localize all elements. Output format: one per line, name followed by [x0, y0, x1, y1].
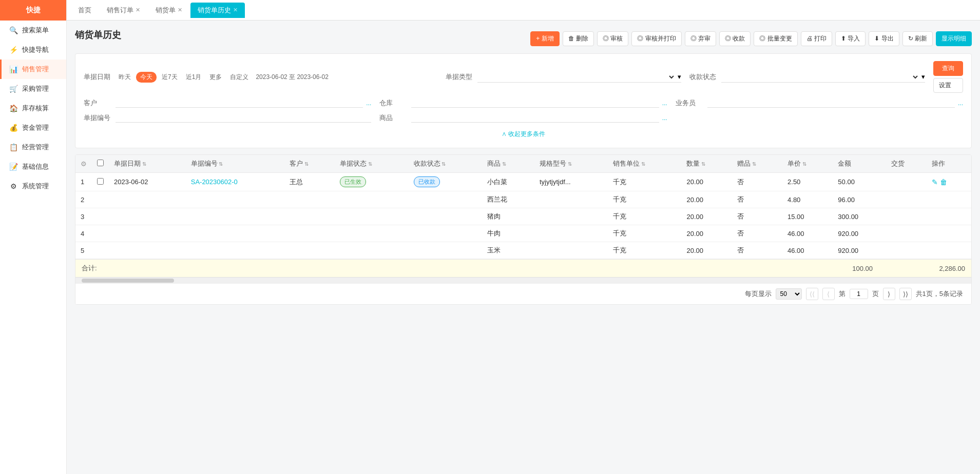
delete-button[interactable]: 🗑 删除	[563, 31, 594, 46]
warehouse-input[interactable]	[411, 98, 659, 108]
col-doc-status[interactable]: 单据状态	[335, 155, 408, 173]
gift-cell: 否	[732, 208, 782, 225]
select-all-checkbox[interactable]	[97, 160, 104, 166]
col-gift[interactable]: 赠品	[732, 155, 782, 173]
page-size-select[interactable]: 50 20 100	[776, 288, 802, 300]
table-checkbox-col[interactable]	[92, 155, 109, 173]
col-spec[interactable]: 规格型号	[534, 155, 608, 173]
settings-button[interactable]: 设置	[933, 78, 963, 93]
customer-input[interactable]	[116, 98, 363, 108]
print-button[interactable]: 🖨 打印	[801, 31, 832, 46]
col-goods[interactable]: 商品	[482, 155, 534, 173]
doc-type-select[interactable]	[477, 72, 676, 82]
col-unit[interactable]: 销售单位	[608, 155, 681, 173]
doc-no-link[interactable]: SA-20230602-0	[191, 178, 238, 186]
abandon-button[interactable]: ◎ 弃审	[685, 31, 716, 46]
refresh-button[interactable]: ↻ 刷新	[902, 31, 933, 46]
row-checkbox[interactable]	[97, 178, 104, 185]
collapse-more-btn[interactable]: ∧ 收起更多条件	[84, 128, 963, 141]
search-icon: 🔍	[9, 26, 18, 34]
tab-sales-goods-close[interactable]: ✕	[178, 7, 182, 13]
table-settings-col[interactable]: ⚙	[75, 155, 92, 173]
tab-home[interactable]: 首页	[71, 3, 99, 18]
col-unit-price[interactable]: 单价	[782, 155, 833, 173]
date-7days-btn[interactable]: 近7天	[159, 72, 181, 83]
warehouse-ellipsis-btn[interactable]: ...	[662, 100, 667, 107]
query-button[interactable]: 查询	[933, 61, 963, 76]
doc-type-label: 单据类型	[446, 72, 474, 82]
first-page-btn[interactable]: ⟨⟨	[806, 288, 818, 300]
tab-sales-goods[interactable]: 销货单 ✕	[148, 3, 189, 18]
row-checkbox-cell[interactable]	[92, 208, 109, 225]
col-customer[interactable]: 客户	[284, 155, 335, 173]
date-custom-btn[interactable]: 自定义	[227, 72, 252, 83]
doc-status-cell	[335, 242, 408, 259]
staff-ellipsis-btn[interactable]: ...	[958, 100, 963, 107]
collect-status-select[interactable]	[721, 72, 919, 82]
sidebar-item-basic-info[interactable]: 📝 基础信息	[0, 157, 66, 176]
col-qty[interactable]: 数量	[681, 155, 732, 173]
scrollbar-thumb[interactable]	[82, 279, 174, 283]
col-doc-date[interactable]: 单据日期	[109, 155, 186, 173]
actions-cell	[927, 242, 971, 259]
col-doc-no[interactable]: 单据编号	[186, 155, 284, 173]
goods-ellipsis-btn[interactable]: ...	[662, 114, 667, 122]
date-today-btn[interactable]: 今天	[136, 72, 157, 83]
receive-button[interactable]: ◎ 收款	[719, 31, 751, 46]
export-button[interactable]: ⬇ 导出	[869, 31, 899, 46]
last-page-btn[interactable]: ⟩⟩	[899, 288, 912, 300]
staff-input[interactable]	[707, 98, 955, 108]
date-yesterday-btn[interactable]: 昨天	[116, 72, 134, 83]
date-more-btn[interactable]: 更多	[206, 72, 225, 83]
doc-no-input[interactable]	[116, 113, 371, 123]
sidebar-item-label: 资金管理	[22, 123, 49, 132]
horizontal-scrollbar[interactable]	[75, 277, 971, 283]
doc-date-cell: 2023-06-02	[109, 173, 186, 191]
goods-input[interactable]	[411, 113, 659, 123]
row-checkbox-cell[interactable]	[92, 191, 109, 208]
sidebar-item-inventory[interactable]: 🏠 库存核算	[0, 98, 66, 118]
unit-price-cell: 46.00	[782, 242, 833, 259]
customer-ellipsis-btn[interactable]: ...	[366, 100, 371, 107]
data-table-container: ⚙ 单据日期 单据编号 客户 单据状态 收款状态 商品 规格型号 销售单位 数量…	[75, 154, 972, 305]
add-button[interactable]: + 新增	[530, 31, 559, 46]
batch-change-button[interactable]: ◎ 批量变更	[754, 31, 797, 46]
sidebar-item-search-menu[interactable]: 🔍 搜索菜单	[0, 21, 66, 40]
import-button[interactable]: ⬆ 导入	[835, 31, 866, 46]
row-checkbox-cell[interactable]	[92, 173, 109, 191]
tab-sales-history[interactable]: 销货单历史 ✕	[190, 3, 245, 18]
tab-sales-order[interactable]: 销售订单 ✕	[100, 3, 147, 18]
tab-sales-history-label: 销货单历史	[198, 6, 231, 15]
audit-print-button[interactable]: ◎ 审核并打印	[631, 31, 681, 46]
prev-page-btn[interactable]: ⟨	[822, 288, 835, 300]
row-num-cell: 4	[75, 225, 92, 242]
trade-cell	[886, 191, 927, 208]
sidebar-item-sales-mgmt[interactable]: 📊 销售管理	[0, 60, 66, 79]
sidebar-item-purchase-mgmt[interactable]: 🛒 采购管理	[0, 79, 66, 98]
row-checkbox-cell[interactable]	[92, 225, 109, 242]
next-page-btn[interactable]: ⟩	[883, 288, 895, 300]
sidebar-item-sys-mgmt[interactable]: ⚙ 系统管理	[0, 176, 66, 196]
doc-no-cell: SA-20230602-0	[186, 173, 284, 191]
lightning-icon: ⚡	[9, 46, 18, 54]
sidebar-item-finance[interactable]: 💰 资金管理	[0, 118, 66, 137]
row-num-cell: 3	[75, 208, 92, 225]
edit-icon-btn[interactable]: ✎	[932, 178, 938, 186]
tab-sales-history-close[interactable]: ✕	[233, 7, 238, 13]
date-1month-btn[interactable]: 近1月	[183, 72, 205, 83]
show-detail-button[interactable]: 显示明细	[936, 31, 972, 46]
goods-filter-item: 商品 ...	[379, 113, 667, 123]
tab-sales-order-close[interactable]: ✕	[136, 7, 140, 13]
date-range-display: 2023-06-02 至 2023-06-02	[256, 73, 328, 82]
row-checkbox-cell[interactable]	[92, 242, 109, 259]
total-amount: 2,286.00	[924, 265, 965, 272]
page-number-input[interactable]	[850, 289, 868, 299]
col-collect-status[interactable]: 收款状态	[409, 155, 482, 173]
sidebar-item-label: 快捷导航	[22, 45, 49, 54]
spec-cell: tyjytjytjdf...	[534, 173, 608, 191]
audit-button[interactable]: ◎ 审核	[597, 31, 628, 46]
unit-cell: 千克	[608, 173, 681, 191]
sidebar-item-operations[interactable]: 📋 经营管理	[0, 137, 66, 157]
delete-icon-btn[interactable]: 🗑	[940, 178, 947, 186]
sidebar-item-quick-nav[interactable]: ⚡ 快捷导航	[0, 40, 66, 60]
